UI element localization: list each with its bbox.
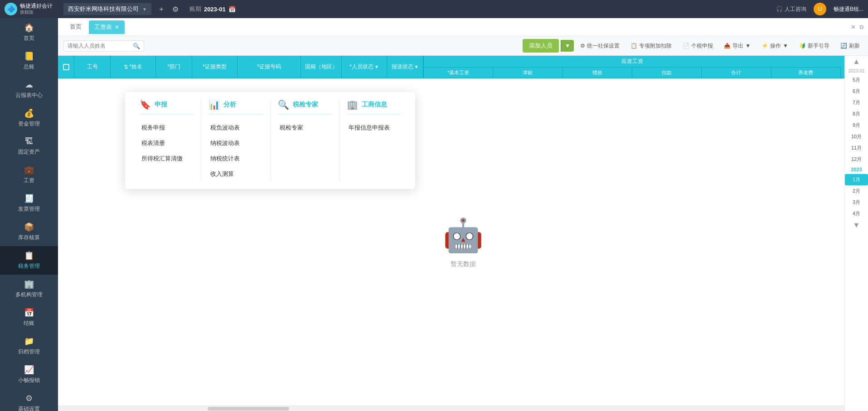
scroll-thumb[interactable] <box>208 407 289 411</box>
dropdown-item-annual-report[interactable]: 年报信息申报表 <box>347 120 401 135</box>
th-wage-group: 应发工资 *基本工资 津贴 绩效 扣款 合计 养老费 <box>423 56 841 78</box>
sidebar-item-assets[interactable]: 🏗 固定资产 <box>0 132 58 160</box>
sidebar-label-settings: 基础设置 <box>18 405 40 411</box>
sort-icon: ⇅ <box>124 64 128 70</box>
add-icon-btn[interactable]: ＋ <box>156 4 167 15</box>
service-label: 人工咨询 <box>785 5 806 13</box>
dropdown-header-fenxi: 📊 分析 <box>209 99 262 115</box>
dropdown-item-income-calc[interactable]: 收入测算 <box>209 166 262 182</box>
multi-icon: 🏢 <box>24 279 34 289</box>
operation-btn[interactable]: ⚡ 操作 ▼ <box>759 40 791 52</box>
dropdown-item-payment-fluctuation[interactable]: 纳税波动表 <box>209 135 262 151</box>
settings-icon-btn[interactable]: ⚙ <box>170 4 180 15</box>
dropdown-item-expert[interactable]: 税检专家 <box>278 120 332 135</box>
calendar-dec[interactable]: 12月 <box>845 154 868 165</box>
sidebar-item-funds[interactable]: 💰 资金管理 <box>0 104 58 132</box>
calendar-nov[interactable]: 11月 <box>845 142 868 154</box>
sidebar-item-settings[interactable]: ⚙ 基础设置 <box>0 389 58 411</box>
dropdown-header-shenbao: 🔖 申报 <box>140 99 194 115</box>
home-icon: 🏠 <box>24 23 34 33</box>
sidebar-label-cloud: 云报表中心 <box>15 92 43 99</box>
dropdown-columns: 🔖 申报 税务申报 税表清册 所得税汇算清缴 📊 分析 税负波动表 <box>132 99 408 182</box>
special-deduction-btn[interactable]: 📋 专项附加扣除 <box>628 40 674 52</box>
calendar-may[interactable]: 5月 <box>845 74 868 86</box>
tab-restore-icon[interactable]: ⧉ <box>859 24 863 31</box>
tab-payroll[interactable]: 工资表 ✕ <box>89 20 125 34</box>
sidebar-label-payroll: 工资 <box>24 177 34 184</box>
sidebar-item-invoice[interactable]: 🧾 发票管理 <box>0 189 58 218</box>
sidebar-item-tax[interactable]: 📋 税务管理 <box>0 246 58 275</box>
th-name[interactable]: ⇅ *姓名 <box>111 56 156 78</box>
calendar-jan-active[interactable]: 1月 <box>845 174 868 185</box>
sidebar-item-ledger[interactable]: 📒 总账 <box>0 47 58 75</box>
operation-label: 操作 <box>770 42 781 50</box>
dropdown-item-tax-fluctuation[interactable]: 税负波动表 <box>209 120 262 135</box>
sidebar-item-home[interactable]: 🏠 首页 <box>0 18 58 47</box>
dropdown-item-tax-return[interactable]: 税务申报 <box>140 120 194 135</box>
payroll-icon: 💼 <box>24 165 34 175</box>
calendar-aug[interactable]: 8月 <box>845 108 868 120</box>
tab-home[interactable]: 首页 <box>63 19 89 35</box>
sidebar-item-stock[interactable]: 📦 库存核算 <box>0 218 58 246</box>
add-person-dropdown-btn[interactable]: ▼ <box>561 40 574 52</box>
th-report-status[interactable]: 报送状态 ▼ <box>387 56 423 78</box>
calendar-jul[interactable]: 7月 <box>845 97 868 108</box>
th-status-filter-icon[interactable]: ▼ <box>374 64 379 69</box>
sidebar-label-ledger: 总账 <box>24 63 34 71</box>
th-base-wage: *基本工资 <box>424 68 493 78</box>
operation-icon: ⚡ <box>761 43 768 49</box>
sidebar-item-multi[interactable]: 🏢 多机构管理 <box>0 275 58 303</box>
th-region: 国籍（地区） <box>301 56 342 78</box>
shuijian-title: 税检专家 <box>293 101 318 109</box>
sidebar-item-report[interactable]: 📈 小畅报销 <box>0 360 58 389</box>
headset-icon: 🎧 <box>776 6 783 12</box>
sidebar: 🏠 首页 📒 总账 ☁ 云报表中心 💰 资金管理 🏗 固定资产 💼 工资 🧾 发… <box>0 18 58 411</box>
scroll-bar[interactable] <box>58 406 868 411</box>
operation-arrow: ▼ <box>783 43 788 49</box>
calendar-oct[interactable]: 10月 <box>845 131 868 142</box>
dropdown-col-shuijian: 🔍 税检专家 税检专家 <box>271 99 339 182</box>
sidebar-item-archive[interactable]: 📁 归档管理 <box>0 332 58 360</box>
search-input[interactable] <box>68 43 131 49</box>
assets-icon: 🏗 <box>25 137 33 146</box>
calendar-mar[interactable]: 3月 <box>845 197 868 208</box>
calendar-feb[interactable]: 2月 <box>845 185 868 197</box>
calendar-sep[interactable]: 9月 <box>845 120 868 131</box>
dropdown-item-payment-stats[interactable]: 纳税统计表 <box>209 151 262 166</box>
shuijian-icon: 🔍 <box>278 99 289 110</box>
settings-icon: ⚙ <box>25 393 33 403</box>
company-selector[interactable]: 西安虾米网络科技有限公司 ▼ <box>63 3 151 15</box>
guide-btn[interactable]: 🔰 新手引导 <box>796 40 832 52</box>
guide-toolbar-label: 新手引导 <box>808 42 829 50</box>
sidebar-item-payroll[interactable]: 💼 工资 <box>0 160 58 189</box>
calendar-nav-up[interactable]: ▲ <box>845 56 868 68</box>
th-status[interactable]: *人员状态 ▼ <box>342 56 387 78</box>
social-insurance-btn[interactable]: ⚙ 统一社保设置 <box>577 40 622 52</box>
calendar-nav-down[interactable]: ▼ <box>845 219 868 231</box>
add-person-btn[interactable]: 添加人员 <box>523 39 559 53</box>
service-btn[interactable]: 🎧 人工咨询 <box>776 5 806 13</box>
refresh-btn[interactable]: 🔄 刷新 <box>838 40 863 52</box>
tab-close-btn[interactable]: ✕ <box>115 24 119 30</box>
invoice-icon: 🧾 <box>24 193 34 203</box>
search-icon: 🔍 <box>133 43 140 49</box>
gongshang-icon: 🏢 <box>347 99 358 110</box>
export-btn[interactable]: 📤 导出 ▼ <box>721 40 753 52</box>
th-report-filter-icon[interactable]: ▼ <box>414 64 419 69</box>
tab-payroll-label: 工资表 <box>94 23 112 31</box>
sidebar-item-close[interactable]: 📅 结账 <box>0 303 58 332</box>
tax-return-label: 个税申报 <box>691 42 713 50</box>
shenbao-icon: 🔖 <box>140 99 151 110</box>
tax-return-btn[interactable]: 📄 个税申报 <box>680 40 716 52</box>
th-checkbox[interactable] <box>58 56 74 78</box>
dropdown-item-tax-table[interactable]: 税表清册 <box>140 135 194 151</box>
calendar-apr[interactable]: 4月 <box>845 208 868 219</box>
dropdown-col-fenxi: 📊 分析 税负波动表 纳税波动表 纳税统计表 收入测算 <box>201 99 270 182</box>
tab-close-window-icon[interactable]: ✕ <box>851 24 856 30</box>
select-all-checkbox[interactable] <box>63 64 69 70</box>
calendar-jun[interactable]: 6月 <box>845 86 868 97</box>
calendar-panel: ▲ 2023.01 5月 6月 7月 8月 9月 10月 11月 12月 202… <box>844 56 868 411</box>
dropdown-item-tax-settlement[interactable]: 所得税汇算清缴 <box>140 151 194 166</box>
sidebar-item-cloud[interactable]: ☁ 云报表中心 <box>0 75 58 104</box>
calendar-icon[interactable]: 📅 <box>228 6 236 13</box>
